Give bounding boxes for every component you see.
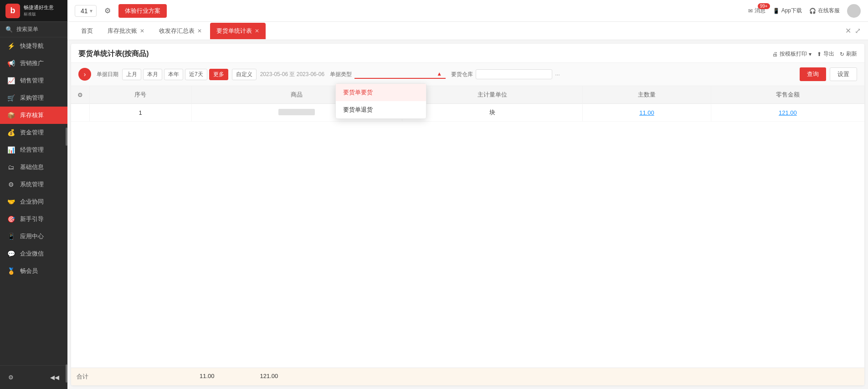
sidebar-item-business[interactable]: 📊 经营管理 (0, 141, 67, 159)
warehouse-filter-label: 要货仓库 (451, 71, 473, 78)
print-btn[interactable]: 🖨 按模板打印 ▾ (772, 50, 812, 58)
sidebar-settings-btn[interactable]: ⚙ (6, 372, 15, 383)
sidebar-item-sales[interactable]: 📈 销售管理 (0, 72, 67, 89)
filter-expand-btn[interactable]: › (78, 68, 91, 81)
td-amount[interactable]: 121.00 (711, 104, 864, 122)
app-name: 畅捷通好生意 (24, 4, 54, 11)
sidebar-item-wechat[interactable]: 💬 企业微信 (0, 245, 67, 262)
sidebar-item-label: 企业协同 (20, 198, 44, 206)
th-quantity: 主数量 (583, 86, 711, 104)
warehouse-input[interactable] (476, 69, 552, 79)
date-range-text: 2023-05-06 至 2023-06-06 (260, 71, 324, 78)
tab-batch-stock-close[interactable]: ✕ (140, 28, 144, 34)
tab-order-stats-close[interactable]: ✕ (255, 28, 259, 34)
td-quantity[interactable]: 11.00 (583, 104, 711, 122)
refresh-icon: ↻ (840, 51, 844, 57)
table-body: 1 块 11.00 121.00 (71, 104, 864, 122)
tab-order-stats-label: 要货单统计表 (216, 27, 252, 35)
sidebar-item-member[interactable]: 🏅 畅会员 (0, 262, 67, 280)
type-filter-label: 单据类型 (330, 71, 352, 78)
apps-icon: 📱 (6, 233, 15, 240)
sales-icon: 📈 (6, 77, 15, 84)
sidebar-item-quick-nav[interactable]: ⚡ 快捷导航 (0, 37, 67, 55)
tab-batch-stock[interactable]: 库存批次账 ✕ (101, 23, 151, 39)
sidebar-nav: ⚡ 快捷导航 📢 营销推广 📈 销售管理 🛒 采购管理 📦 库存核算 💰 资金管… (0, 37, 67, 365)
warehouse-more-icon[interactable]: ··· (555, 71, 560, 78)
type-filter-group: 单据类型 ▲ (330, 70, 446, 79)
messages-btn[interactable]: ✉ 消息 99+ (748, 7, 765, 15)
dropdown-item-order-return[interactable]: 要货单退货 (336, 101, 426, 118)
print-icon: 🖨 (772, 51, 778, 57)
date-last-7days-btn[interactable]: 近7天 (185, 69, 207, 80)
sidebar-item-label: 应用中心 (20, 232, 44, 241)
th-no: 序号 (89, 86, 191, 104)
th-settings[interactable]: ⚙ (71, 86, 89, 104)
type-input[interactable] (358, 71, 437, 77)
tab-batch-stock-label: 库存批次账 (108, 27, 137, 35)
app-header: 41 ▾ ⚙ 体验行业方案 ✉ 消息 99+ 📱 App下载 🎧 在线客服 (67, 0, 868, 22)
date-last-month-btn[interactable]: 上月 (122, 69, 141, 80)
sidebar-item-inventory[interactable]: 📦 库存核算 (0, 107, 67, 124)
app-download-label: App下载 (781, 7, 802, 15)
page-header: 要货单统计表(按商品) 🖨 按模板打印 ▾ ⬆ 导出 ↻ 刷新 (71, 44, 864, 63)
sidebar-item-system[interactable]: ⚙ 系统管理 (0, 176, 67, 193)
trial-btn[interactable]: 体验行业方案 (118, 4, 167, 18)
print-label: 按模板打印 (780, 50, 807, 58)
table-header-row: ⚙ 序号 商品 主计量单位 主数量 零售金额 (71, 86, 864, 104)
sidebar-item-apps[interactable]: 📱 应用中心 (0, 228, 67, 245)
company-selector[interactable]: 41 ▾ (75, 5, 97, 17)
type-select[interactable]: ▲ (354, 70, 446, 79)
sidebar-item-label: 新手引导 (20, 215, 44, 223)
expand-tabs-btn[interactable]: ⤢ (855, 26, 861, 35)
sidebar-item-label: 基础信息 (20, 163, 44, 171)
header-gear-btn[interactable]: ⚙ (101, 5, 114, 17)
settings-icon: ⚙ (8, 374, 14, 381)
close-all-tabs-btn[interactable]: ✕ (845, 26, 851, 35)
sidebar-item-purchase[interactable]: 🛒 采购管理 (0, 89, 67, 107)
mobile-icon: 📱 (773, 8, 780, 14)
tab-home[interactable]: 首页 (75, 23, 99, 39)
tabs-bar-right: ✕ ⤢ (845, 26, 861, 35)
tab-recv-summary-label: 收发存汇总表 (159, 27, 195, 35)
sidebar-item-finance[interactable]: 💰 资金管理 (0, 124, 67, 141)
online-service-label: 在线客服 (818, 7, 840, 15)
table-settings-icon: ⚙ (77, 92, 83, 98)
sidebar-collapse-btn[interactable]: ◀◀ (48, 372, 61, 383)
user-avatar[interactable] (847, 4, 861, 18)
dropdown-item-order-goods[interactable]: 要货单要货 (336, 84, 426, 101)
messages-badge: 99+ (758, 3, 770, 9)
sidebar-item-marketing[interactable]: 📢 营销推广 (0, 55, 67, 72)
query-btn[interactable]: 查询 (800, 67, 826, 81)
footer-label: 合计 (77, 373, 88, 380)
sidebar-item-label: 营销推广 (20, 59, 44, 67)
app-download-btn[interactable]: 📱 App下载 (773, 7, 802, 15)
online-service-btn[interactable]: 🎧 在线客服 (809, 7, 840, 15)
refresh-btn[interactable]: ↻ 刷新 (840, 50, 857, 58)
tab-order-stats[interactable]: 要货单统计表 ✕ (210, 23, 266, 39)
header-right: ✉ 消息 99+ 📱 App下载 🎧 在线客服 (748, 4, 861, 18)
sidebar-item-guide[interactable]: 🎯 新手引导 (0, 210, 67, 228)
quick-nav-icon: ⚡ (6, 42, 15, 50)
sidebar-item-label: 企业微信 (20, 250, 44, 258)
date-this-year-btn[interactable]: 本年 (164, 69, 183, 80)
guide-icon: 🎯 (6, 215, 15, 223)
date-custom-btn[interactable]: 自定义 (232, 69, 257, 80)
amount-link[interactable]: 121.00 (779, 109, 797, 116)
sidebar-item-base[interactable]: 🗂 基础信息 (0, 159, 67, 176)
search-icon: 🔍 (5, 26, 13, 33)
sidebar-item-label: 畅会员 (20, 267, 38, 275)
export-btn[interactable]: ⬆ 导出 (817, 50, 834, 58)
date-this-month-btn[interactable]: 本月 (143, 69, 162, 80)
tab-home-label: 首页 (81, 27, 93, 35)
sidebar-scrollbar-thumb (66, 128, 67, 146)
tab-recv-summary-close[interactable]: ✕ (197, 28, 202, 34)
tab-recv-summary[interactable]: 收发存汇总表 ✕ (153, 23, 208, 39)
filter-settings-btn[interactable]: 设置 (830, 67, 857, 81)
page-content: 要货单统计表(按商品) 🖨 按模板打印 ▾ ⬆ 导出 ↻ 刷新 (71, 44, 864, 385)
page-title: 要货单统计表(按商品) (78, 49, 149, 59)
sidebar-search[interactable]: 🔍 搜索菜单 (0, 22, 67, 37)
sidebar-item-corp[interactable]: 🤝 企业协同 (0, 193, 67, 210)
date-more-btn[interactable]: 更多 (209, 69, 228, 80)
quantity-link[interactable]: 11.00 (639, 109, 654, 116)
warehouse-filter-group: 要货仓库 ··· (451, 69, 560, 79)
